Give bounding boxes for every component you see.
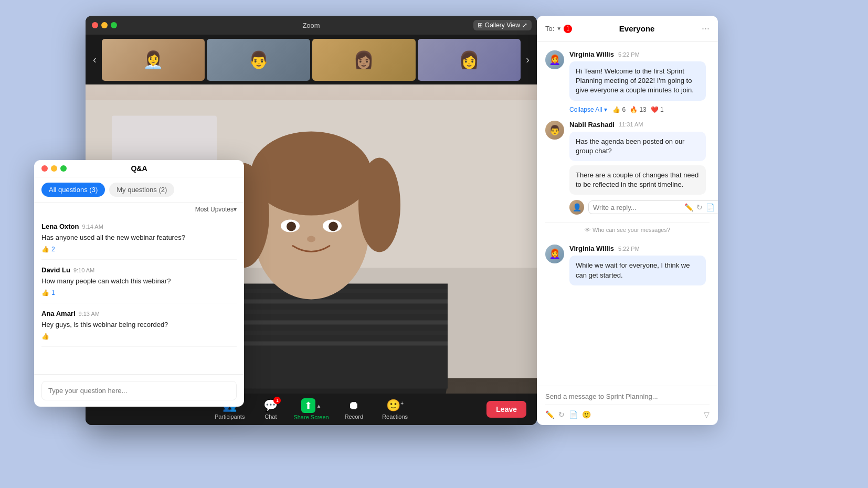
participant-thumb-4[interactable]: 👩 (418, 39, 521, 81)
reply-box[interactable]: ✏️ ↻ 📄 🙂 ▽ (588, 200, 718, 214)
participant-face-3: 👩🏽 (312, 39, 416, 81)
participant-strip: ‹ 👩‍💼 👨 👩🏽 👩 › (86, 35, 537, 84)
record-label: Record (345, 413, 363, 420)
footer-refresh-icon[interactable]: ↻ (558, 410, 565, 419)
record-button[interactable]: ⏺ Record (335, 399, 373, 420)
qa-footer (34, 374, 244, 407)
next-arrow[interactable]: › (523, 54, 533, 66)
collapse-all-link[interactable]: Collapse All ▾ (569, 106, 607, 113)
chat-footer: ✏️ ↻ 📄 🙂 ▽ (537, 386, 718, 425)
nabil-msg-content: Nabil Rashadi 11:31 AM Has the agenda be… (569, 121, 718, 215)
qa-item-header-3: Ana Amari 9:13 AM (41, 310, 237, 317)
reaction-heart[interactable]: ❤️ 1 (651, 106, 664, 113)
leave-button[interactable]: Leave (486, 401, 526, 418)
footer-send-icon[interactable]: ▽ (704, 410, 710, 419)
chat-label: Chat (264, 413, 277, 420)
participant-thumb-3[interactable]: 👩🏽 (312, 39, 416, 81)
virginia-msg-content-1: Virginia Willis 5:22 PM Hi Team! Welcome… (569, 50, 710, 113)
message-3: 👩‍🦰 Virginia Willis 5:22 PM While we wai… (545, 245, 710, 285)
chat-input[interactable] (545, 392, 710, 400)
close-button[interactable] (92, 22, 98, 28)
svg-point-18 (287, 222, 296, 231)
qa-time-3: 9:13 AM (79, 311, 100, 317)
notification-badge: 1 (564, 25, 572, 33)
who-can-see[interactable]: 👁 Who can see your messages? (545, 222, 710, 237)
maximize-button[interactable] (111, 22, 117, 28)
chat-panel: To: ▼ 1 Everyone ··· 👩‍🦰 Virginia Willis… (537, 16, 718, 425)
qa-item-3: Ana Amari 9:13 AM Hey guys, is this webi… (41, 303, 237, 347)
like-icon-2: 👍 (41, 289, 49, 296)
msg-bubble-3: While we wait for everyone, I think we c… (569, 256, 706, 285)
qa-close-button[interactable] (41, 165, 48, 172)
qa-tab-my[interactable]: My questions (2) (109, 183, 174, 197)
file-icon: 📄 (706, 203, 715, 211)
qa-name-3: Ana Amari (41, 310, 76, 317)
qa-question-1: Has anyone used all the new webinar feat… (41, 234, 237, 241)
like-count-2: 1 (51, 289, 55, 296)
svg-point-20 (307, 236, 315, 242)
chat-more-icon[interactable]: ··· (702, 23, 710, 34)
chat-footer-top (545, 392, 710, 400)
qa-question-2: How many people can watch this webinar? (41, 277, 237, 285)
share-screen-button[interactable]: ⬆ ▲ Share Screen (287, 398, 335, 420)
share-screen-icon-wrap: ⬆ ▲ (301, 398, 322, 413)
qa-like-2[interactable]: 👍 1 (41, 289, 237, 296)
msg-time-3: 5:22 PM (618, 246, 640, 252)
reply-row: 👤 ✏️ ↻ 📄 🙂 ▽ (569, 200, 718, 215)
msg-header-3: Virginia Willis 5:22 PM (569, 245, 710, 252)
chat-footer-icons: ✏️ ↻ 📄 🙂 ▽ (545, 405, 710, 419)
reply-input[interactable] (593, 204, 681, 211)
window-title: Zoom (302, 22, 320, 29)
reactions-row: 👍 6 🔥 13 ❤️ 1 (612, 106, 664, 113)
reply-icons: ✏️ ↻ 📄 🙂 (684, 203, 718, 211)
footer-file-icon[interactable]: 📄 (569, 410, 578, 419)
svg-point-15 (358, 158, 400, 252)
chat-header: To: ▼ 1 Everyone ··· (537, 16, 718, 42)
qa-input[interactable] (41, 381, 237, 400)
reaction-thumbs[interactable]: 👍 6 (612, 106, 626, 113)
chat-title: Everyone (577, 24, 696, 33)
share-screen-label: Share Screen (293, 414, 329, 420)
qa-sort[interactable]: Most Upvotes ▾ (34, 203, 244, 216)
qa-maximize-button[interactable] (60, 165, 67, 172)
reactions-label: Reactions (382, 413, 408, 420)
participant-thumb-2[interactable]: 👨 (207, 39, 310, 81)
virginia-msg-content-2: Virginia Willis 5:22 PM While we wait fo… (569, 245, 710, 285)
msg-sender-3: Virginia Willis (569, 245, 614, 252)
to-badge[interactable]: To: ▼ 1 (545, 25, 572, 33)
nabil-avatar: 👨 (545, 121, 564, 140)
footer-edit-icon[interactable]: ✏️ (545, 410, 554, 419)
msg-sender-1: Virginia Willis (569, 50, 614, 58)
qa-like-3[interactable]: 👍 (41, 333, 237, 340)
like-icon-1: 👍 (41, 246, 49, 253)
qa-question-3: Hey guys, is this webinar being recorded… (41, 321, 237, 328)
qa-body: Lena Oxton 9:14 AM Has anyone used all t… (34, 216, 244, 374)
to-label: To: (545, 25, 554, 33)
like-count-1: 2 (51, 246, 55, 253)
reaction-fire[interactable]: 🔥 13 (630, 106, 647, 113)
qa-tab-all[interactable]: All questions (3) (41, 183, 105, 197)
qa-time-2: 9:10 AM (73, 267, 94, 273)
qa-time-1: 9:14 AM (82, 224, 103, 230)
refresh-icon: ↻ (696, 203, 703, 211)
reactions-button[interactable]: 🙂+ Reactions (373, 399, 417, 420)
minimize-button[interactable] (101, 22, 108, 28)
chat-badge: 1 (273, 397, 281, 404)
qa-minimize-button[interactable] (51, 165, 57, 172)
footer-emoji-icon[interactable]: 🙂 (582, 410, 591, 419)
qa-titlebar: Q&A (34, 160, 244, 177)
qa-item-1: Lena Oxton 9:14 AM Has anyone used all t… (41, 216, 237, 260)
prev-arrow[interactable]: ‹ (90, 54, 100, 66)
chat-button[interactable]: 💬 1 Chat (254, 399, 287, 420)
qa-like-1[interactable]: 👍 2 (41, 246, 237, 253)
participant-face-4: 👩 (418, 39, 521, 81)
virginia-avatar-1: 👩‍🦰 (545, 50, 564, 69)
participant-thumb-1[interactable]: 👩‍💼 (102, 39, 205, 81)
qa-tabs: All questions (3) My questions (2) (34, 177, 244, 203)
msg-time-1: 5:22 PM (618, 51, 640, 58)
share-screen-chevron: ▲ (316, 403, 322, 409)
virginia-avatar-2: 👩‍🦰 (545, 245, 564, 263)
msg-header-2: Nabil Rashadi 11:31 AM (569, 121, 718, 129)
msg-time-2: 11:31 AM (619, 121, 643, 128)
gallery-view-button[interactable]: ⊞ Gallery View ⤢ (473, 20, 532, 30)
